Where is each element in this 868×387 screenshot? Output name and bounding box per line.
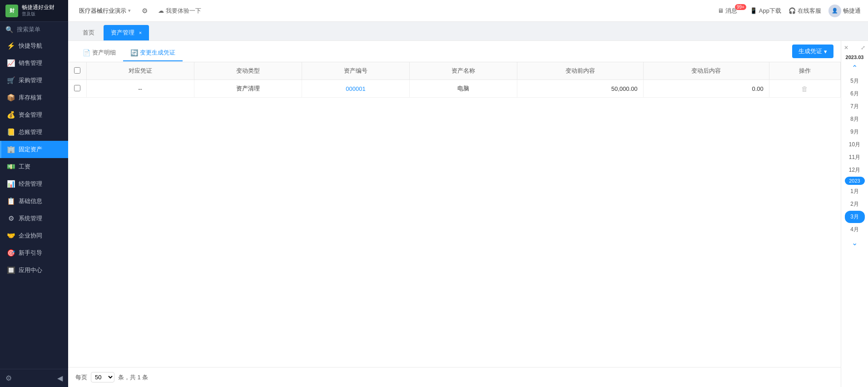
panel-expand-icon[interactable]: ⤢ — [861, 45, 865, 51]
message-btn[interactable]: 🖥 消息 99+ — [718, 7, 743, 15]
period-month[interactable]: 7月 — [845, 100, 865, 113]
sidebar-item-ledger[interactable]: 📒总账管理 — [0, 124, 68, 141]
search-icon: 🔍 — [5, 26, 13, 33]
quick-nav-icon: ⚡ — [7, 42, 15, 50]
app-icon: 📱 — [750, 7, 757, 14]
panel-close-icon[interactable]: ✕ — [844, 45, 848, 51]
period-month[interactable]: 3月 — [845, 211, 865, 223]
settings-icon[interactable]: ⚙ — [5, 374, 12, 382]
per-page-label: 每页 — [75, 373, 87, 382]
app-download-btn[interactable]: 📱 App下载 — [750, 7, 781, 15]
user-btn[interactable]: 👤 畅捷通 — [828, 5, 861, 17]
select-all-checkbox[interactable] — [74, 67, 80, 74]
main-area: 医疗器械行业演示 ▾ ⚙ ☁ 我要体验一下 🖥 消息 99+ 📱 App下载 🎧… — [68, 0, 868, 387]
tab-close-icon[interactable]: × — [139, 30, 142, 35]
app-download-label: App下载 — [759, 7, 781, 15]
period-month[interactable]: 5月 — [845, 75, 865, 87]
header-settings-btn[interactable]: ⚙ — [138, 5, 151, 17]
header-right: 🖥 消息 99+ 📱 App下载 🎧 在线客服 👤 畅捷通 — [718, 5, 861, 17]
row-checkbox-cell — [68, 80, 86, 98]
sidebar-item-label: 库存核算 — [19, 94, 42, 102]
sidebar-item-quick-nav[interactable]: ⚡快捷导航 — [0, 37, 68, 55]
message-badge: 99+ — [735, 4, 746, 10]
sidebar-item-label: 采购管理 — [19, 76, 42, 84]
sidebar-item-purchase[interactable]: 🛒采购管理 — [0, 72, 68, 89]
logo-title: 畅捷通好业财 — [22, 4, 55, 11]
page-size-select[interactable]: 102050100 — [91, 372, 114, 382]
sidebar-item-sales[interactable]: 📈销售管理 — [0, 55, 68, 72]
tab-asset-management[interactable]: 资产管理 × — [104, 25, 149, 40]
sidebar-item-basic-info[interactable]: 📋基础信息 — [0, 193, 68, 210]
sidebar: 财 畅捷通好业财 普及版 🔍 搜索菜单 ⚡快捷导航📈销售管理🛒采购管理📦库存核算… — [0, 0, 68, 387]
sidebar-item-system[interactable]: ⚙系统管理 — [0, 210, 68, 227]
sidebar-item-funds[interactable]: 💰资金管理 — [0, 106, 68, 124]
company-selector[interactable]: 医疗器械行业演示 ▾ — [75, 5, 134, 17]
col-checkbox — [68, 62, 86, 80]
online-service-btn[interactable]: 🎧 在线客服 — [789, 7, 821, 15]
period-month[interactable]: 2月 — [845, 198, 865, 210]
scroll-up-btn[interactable]: ⌃ — [845, 61, 865, 74]
sidebar-item-payroll[interactable]: 💵工资 — [0, 158, 68, 175]
header-left: 医疗器械行业演示 ▾ ⚙ ☁ 我要体验一下 — [75, 5, 205, 17]
search-label: 搜索菜单 — [17, 25, 40, 34]
sidebar-item-fixed-assets[interactable]: 🏢固定资产 — [0, 141, 68, 158]
experience-label: 我要体验一下 — [166, 7, 201, 15]
sidebar-item-operations[interactable]: 📊经营管理 — [0, 175, 68, 193]
period-month[interactable]: 6月 — [845, 88, 865, 100]
service-icon: 🎧 — [789, 7, 796, 14]
right-panel-header: ✕ ⤢ — [841, 43, 868, 53]
sidebar-item-app-center[interactable]: 🔲应用中心 — [0, 262, 68, 279]
scroll-down-btn[interactable]: ⌄ — [845, 236, 865, 249]
top-header: 医疗器械行业演示 ▾ ⚙ ☁ 我要体验一下 🖥 消息 99+ 📱 App下载 🎧… — [68, 0, 868, 22]
avatar: 👤 — [828, 5, 841, 17]
sidebar-item-inventory[interactable]: 📦库存核算 — [0, 89, 68, 106]
collapse-icon[interactable]: ◀ — [57, 374, 63, 382]
sidebar-item-label: 系统管理 — [19, 214, 42, 223]
sidebar-search[interactable]: 🔍 搜索菜单 — [0, 22, 68, 37]
right-panel: ✕ ⤢ 2023.03⌃5月6月7月8月9月10月11月12月20231月2月3… — [841, 41, 868, 387]
chevron-down-icon: ▾ — [128, 8, 131, 14]
inventory-icon: 📦 — [7, 94, 15, 102]
sub-tab-change-voucher-label: 变更生成凭证 — [140, 49, 175, 57]
dropdown-arrow-icon: ▾ — [824, 48, 827, 55]
period-year-badge[interactable]: 2023 — [845, 177, 865, 185]
sidebar-item-label: 快捷导航 — [19, 42, 42, 50]
row-asset-name: 电脑 — [410, 80, 517, 98]
sidebar-item-label: 资金管理 — [19, 111, 42, 119]
tab-bar: 首页 资产管理 × — [68, 22, 868, 41]
period-month[interactable]: 9月 — [845, 126, 865, 138]
experience-btn[interactable]: ☁ 我要体验一下 — [154, 5, 205, 17]
tab-home[interactable]: 首页 — [75, 25, 102, 40]
row-voucher: -- — [86, 80, 194, 98]
asset-detail-icon: 📄 — [83, 49, 90, 56]
generate-voucher-btn[interactable]: 生成凭证 ▾ — [792, 45, 833, 58]
sidebar-item-label: 新手引导 — [19, 249, 42, 257]
sub-tab-asset-detail[interactable]: 📄 资产明细 — [75, 45, 123, 61]
basic-info-icon: 📋 — [7, 197, 15, 205]
period-month[interactable]: 10月 — [845, 139, 865, 151]
table-row: -- 资产清理 000001 电脑 50,000.00 0.00 🗑 — [68, 80, 841, 98]
row-checkbox[interactable] — [74, 85, 80, 91]
period-month[interactable]: 12月 — [845, 164, 865, 176]
logo-text-block: 畅捷通好业财 普及版 — [22, 4, 55, 18]
message-icon: 🖥 — [718, 7, 724, 14]
col-before-change: 变动前内容 — [517, 62, 643, 80]
table-container: 对应凭证 变动类型 资产编号 资产名称 变动前内容 变动后内容 操作 -- 资产… — [68, 62, 841, 367]
app-center-icon: 🔲 — [7, 266, 15, 274]
period-month[interactable]: 4月 — [845, 223, 865, 236]
sidebar-item-guide[interactable]: 🎯新手引导 — [0, 244, 68, 262]
asset-table: 对应凭证 变动类型 资产编号 资产名称 变动前内容 变动后内容 操作 -- 资产… — [68, 62, 841, 98]
sidebar-item-label: 工资 — [19, 163, 30, 171]
sidebar-item-enterprise[interactable]: 🤝企业协同 — [0, 227, 68, 244]
period-month[interactable]: 11月 — [845, 151, 865, 164]
row-before-change: 50,000.00 — [517, 80, 643, 98]
sub-tab-asset-detail-label: 资产明细 — [92, 49, 116, 57]
sidebar-item-label: 企业协同 — [19, 232, 42, 240]
period-month[interactable]: 8月 — [845, 113, 865, 125]
delete-icon[interactable]: 🗑 — [801, 85, 808, 93]
online-service-label: 在线客服 — [798, 7, 821, 15]
period-month[interactable]: 1月 — [845, 185, 865, 198]
sidebar-item-label: 总账管理 — [19, 128, 42, 136]
sub-tab-change-voucher[interactable]: 🔄 变更生成凭证 — [123, 45, 183, 61]
sub-tabs: 📄 资产明细 🔄 变更生成凭证 生成凭证 ▾ — [68, 41, 841, 62]
